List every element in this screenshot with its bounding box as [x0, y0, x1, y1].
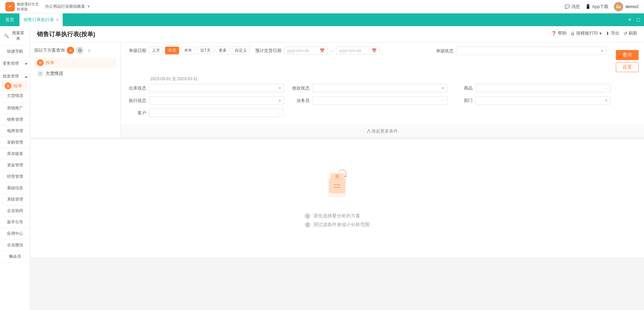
salesman-more-icon[interactable]: ··· — [441, 98, 444, 103]
active-tab-label: 销售订单执行表 — [23, 17, 54, 23]
customer-text-input[interactable] — [152, 110, 277, 115]
tip-num-1: 1 — [305, 213, 311, 219]
empty-tip-2: 2 用过滤条件来缩小分析范围 — [305, 222, 370, 228]
date-end-input[interactable]: yyyy-mm-dd 📅 — [336, 47, 380, 55]
sidebar-item-yingyongzhongxin[interactable]: 应用中心 — [0, 228, 30, 240]
user-area[interactable]: Ea demo2 — [614, 2, 639, 11]
tab-close-icon[interactable]: × — [56, 17, 59, 22]
out-status-dropdown[interactable]: ▾ — [149, 84, 284, 92]
scheme-item-anjian[interactable]: 按 按单 — [34, 57, 116, 68]
sidebar-item-jichuxxinxi[interactable]: 基础信息 — [0, 183, 30, 194]
salesman-text-input[interactable] — [315, 98, 441, 103]
salesman-label: 业务员 — [289, 98, 310, 104]
date-start-input[interactable]: yyyy-mm-dd 📅 — [284, 47, 328, 55]
last-month-button[interactable]: 上月 — [149, 47, 163, 54]
scheme-item-qukuang[interactable]: 欠 欠货情况 — [34, 68, 116, 79]
print-icon: 🖨 — [571, 31, 575, 36]
content-area: 销售订单执行表(按单) ❓ 帮助 🖨 按模板打印 ▾ ⬇ 导出 ↺ 刷新 — [30, 26, 644, 310]
sidebar-item-yingxiaotuiguang[interactable]: 营销推广 — [0, 103, 30, 114]
sidebar-item-zijinguanli[interactable]: 资金管理 — [0, 160, 30, 171]
svg-point-0 — [8, 4, 13, 9]
collapse-up-icon: ⋀ — [367, 128, 371, 134]
goods-label: 商品 — [452, 85, 473, 91]
collapse-more-button[interactable]: ⋀ 收起更多条件 — [121, 125, 644, 137]
out-status-chevron-icon: ▾ — [279, 86, 281, 91]
filter-row-3: 执行状态 ▾ 业务员 ··· — [121, 96, 644, 105]
expected-date-group: 预计交货日期 yyyy-mm-dd 📅 — yyyy-mm-dd 📅 — [255, 47, 428, 55]
sidebar-item-dianshangguanli[interactable]: 电商管理 — [0, 125, 30, 137]
empty-tips: 1 请先选择要分析的方案 2 用过滤条件来缩小分析范围 — [305, 213, 370, 230]
sidebar-item-pifaguanli[interactable]: 批发管理 ▴ — [2, 72, 28, 81]
sidebar: 🔍 搜索菜单 快捷导航 零售管理 ▾ 批发管理 ▴ 按 按单 欠货情况 — [0, 26, 30, 310]
expected-date-label: 预计交货日期 — [255, 48, 281, 54]
sidebar-item-qiyexietong[interactable]: 企业协同 — [0, 205, 30, 217]
query-button[interactable]: 查询 — [616, 50, 639, 60]
scheme-panel: 按以下方案查询 + ⚙ « 按 按单 欠 — [30, 43, 121, 137]
filter-row-2: 出库状态 ▾ 收款状态 ▾ — [121, 84, 644, 92]
this-year-button[interactable]: 本年 — [181, 47, 195, 54]
sidebar-item-jingyingguanli[interactable]: 经营管理 — [0, 171, 30, 183]
exec-status-dropdown[interactable]: ▾ — [149, 96, 284, 105]
app-title: 办公用品行业模拟账套 ▾ — [45, 4, 90, 9]
topbar-right: 💬 消息 📱 App下载 Ea demo2 — [565, 2, 639, 11]
sidebar-item-changhui[interactable]: 畅会员 — [0, 251, 30, 262]
sidebar-item-caigouguanli[interactable]: 采购管理 — [0, 137, 30, 148]
tabbar-right: × □ — [627, 15, 644, 24]
sidebar-item-xiaoshouguanli[interactable]: 销售管理 — [0, 114, 30, 125]
goods-text-input[interactable] — [478, 86, 604, 91]
tab-home[interactable]: 首页 — [0, 13, 19, 26]
sidebar-item-lingshouguanli[interactable]: 零售管理 ▾ — [2, 59, 28, 68]
print-button[interactable]: 🖨 按模板打印 ▾ — [571, 30, 602, 36]
customer-input[interactable]: ··· — [149, 109, 284, 117]
export-button[interactable]: ⬇ 导出 — [606, 30, 620, 36]
svg-point-8 — [344, 175, 346, 177]
sidebar-subitem-anjian[interactable]: 按 按单 — [2, 81, 28, 91]
message-button[interactable]: 💬 消息 — [565, 4, 580, 10]
setup-button[interactable]: 设置 — [616, 62, 639, 72]
message-icon: 💬 — [565, 4, 570, 9]
sidebar-subitem-qukuang[interactable]: 欠货情况 — [2, 91, 28, 100]
maximize-button[interactable]: □ — [635, 15, 641, 24]
this-month-button[interactable]: 本月 — [165, 47, 179, 54]
out-status-group: 出库状态 ▾ — [126, 84, 284, 92]
dept-chevron-icon: ▾ — [605, 98, 607, 103]
sidebar-item-xitongguanli[interactable]: 系统管理 — [0, 194, 30, 205]
tab-active[interactable]: 销售订单执行表 × — [19, 13, 63, 26]
search-menu-button[interactable]: 🔍 搜索菜单 — [2, 29, 28, 43]
custom-button[interactable]: 自定义 — [232, 47, 250, 54]
dept-dropdown[interactable]: ▾ — [475, 96, 610, 105]
calendar-start-icon: 📅 — [320, 48, 325, 53]
exec-status-group: 执行状态 ▾ — [126, 96, 284, 105]
customer-more-icon[interactable]: ··· — [277, 111, 281, 115]
sidebar-item-kuaijiedaohang[interactable]: 快捷导航 — [0, 46, 30, 57]
sidebar-item-kucunhesuan[interactable]: 库存核算 — [0, 148, 30, 160]
collect-status-label: 收款状态 — [289, 85, 310, 91]
help-button[interactable]: ❓ 帮助 — [551, 30, 567, 36]
export-icon: ⬇ — [606, 31, 609, 36]
add-scheme-button[interactable]: + — [67, 47, 74, 54]
salesman-input[interactable]: ··· — [312, 96, 447, 105]
goods-more-icon[interactable]: ··· — [604, 86, 607, 91]
edit-scheme-button[interactable]: ⚙ — [76, 47, 84, 54]
scheme-header-label: 按以下方案查询 — [34, 47, 65, 53]
refresh-button[interactable]: ↺ 刷新 — [624, 30, 637, 36]
order-status-dropdown[interactable]: ▾ — [456, 47, 606, 55]
qukuang-scheme-icon: 欠 — [37, 70, 44, 77]
anjian-icon: 按 — [5, 83, 11, 89]
dropdown-icon[interactable]: ▾ — [88, 4, 90, 9]
page-title: 销售订单执行表(按单) — [37, 30, 95, 42]
topbar: 畅捷通好生意 标准版 办公用品行业模拟账套 ▾ 💬 消息 📱 App下载 Ea … — [0, 0, 644, 13]
collapse-scheme-button[interactable]: « — [86, 47, 93, 54]
mobile-icon: 📱 — [585, 4, 591, 9]
sidebar-item-lingshousection: 零售管理 ▾ — [0, 57, 30, 70]
goods-input[interactable]: ··· — [475, 84, 610, 92]
app-download-button[interactable]: 📱 App下载 — [585, 4, 608, 10]
collect-status-dropdown[interactable]: ▾ — [312, 84, 447, 92]
order-status-group: 单据状态 ▾ — [433, 47, 606, 55]
sidebar-item-qiyeweixin[interactable]: 企业微信 — [0, 240, 30, 251]
minimize-button[interactable]: × — [627, 15, 633, 24]
last7-button[interactable]: 近7天 — [197, 47, 214, 54]
sidebar-item-xinshoudaohang[interactable]: 新手引导 — [0, 217, 30, 228]
salesman-group: 业务员 ··· — [289, 96, 447, 105]
more-button[interactable]: 更多 — [216, 47, 230, 54]
